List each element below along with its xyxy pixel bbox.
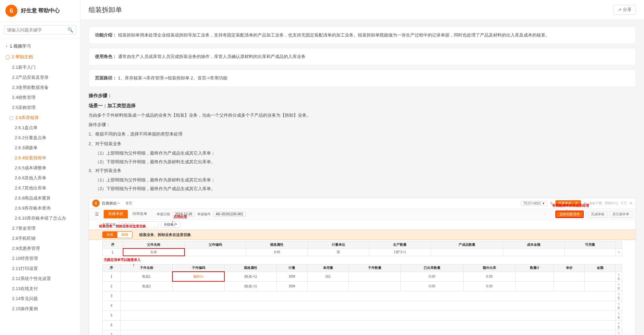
mock-bottom-row-4: 4 ✎ 🗑	[103, 301, 622, 311]
mock-bottom-row-2: 2 鞋底2 (鞋底+1) 30M 0.00 0.00	[103, 281, 622, 291]
mock-annotation2-arrow: ↓	[172, 219, 174, 223]
step2-sub1: （1）上部明细为父件明细，最终作为产成品生成其它入库单；	[95, 150, 636, 157]
expand-icon-docs: ◯	[5, 55, 10, 59]
step1: 1、根据不同的业务，选择不同单据的类型来处理	[89, 130, 636, 138]
mock-bottom-row-1: 1 鞋底1 额外1+ (鞋底+1) 30M 161 0.00 0.00	[103, 272, 622, 281]
search-input[interactable]	[7, 27, 67, 33]
mock-tab-new[interactable]: 新建单据	[104, 210, 128, 218]
sidebar-item-coupon[interactable]: 2.9优惠券管理	[0, 243, 80, 254]
mock-close-icon[interactable]: ×	[630, 201, 632, 206]
mock-top-row-1: 1 头米 大码 双 1双*1=1 ✎	[103, 248, 622, 256]
sidebar-item-pay[interactable]: 2.13在线支付	[0, 284, 80, 294]
mock-annotation2-text: 启用处理	[173, 215, 187, 219]
nav-list: + 1.视频学习 ◯ 2.帮助文档 2.1新手入门 2.2产品安装及登录 2.3…	[0, 38, 80, 335]
mock-bth-action	[615, 265, 622, 272]
mock-btn-confirm[interactable]: 完成审核	[588, 211, 607, 218]
steps-title: 操作步骤：	[89, 93, 636, 99]
page-title: 组装拆卸单	[89, 5, 122, 14]
sidebar-item-otherin[interactable]: 2.6.6其他入库单	[0, 173, 80, 183]
sidebar-item-new[interactable]: 2.1新手入门	[0, 62, 80, 72]
search-box[interactable]: 🔍	[4, 25, 76, 35]
mock-sidebar-icon1: ☰	[95, 212, 99, 217]
scenario1-title: 场景一：加工类型选择	[89, 103, 636, 109]
mock-bth-child-code: 子件编码	[172, 265, 224, 272]
sidebar-item-purchase[interactable]: 2.5采购管理	[0, 103, 80, 113]
sidebar-item-video[interactable]: + 1.视频学习	[0, 41, 80, 52]
sidebar-item-data[interactable]: 2.3使用前数据准备	[0, 82, 80, 93]
mock-btn-with-list[interactable]: 选择装配清单	[555, 211, 584, 218]
step3-sub1: （1）上部明细为父件明细，最终作为原材料生成其它出库单；	[95, 176, 636, 184]
mock-field-date-label: 单据日期	[157, 212, 170, 217]
mock-topright-icons: App下载 帮助中心 C C	[589, 201, 627, 206]
share-button[interactable]: ↗ 分享	[613, 5, 636, 15]
app-logo: 6	[5, 5, 17, 17]
mock-bth-per-use: 单用量	[307, 265, 348, 272]
mock-annotation1-arrow: ↓	[566, 208, 568, 213]
logo-area: 6 好生意 帮助中心	[0, 0, 80, 22]
mock-company: 百测测试一	[102, 201, 120, 206]
mock-bth-qty-u: 数量U	[515, 265, 554, 272]
intro-label: 功能介绍：	[95, 33, 117, 38]
mock-th-cost: 成本金额	[503, 241, 565, 249]
sidebar-item-costadj[interactable]: 2.6.5成本调整单	[0, 163, 80, 173]
mock-field-no-label: 单据编号	[197, 212, 211, 217]
sidebar-item-adjust[interactable]: 2.6.3调拨单	[0, 143, 80, 153]
mock-bottom-row-3: 3 ✎ 🗑	[103, 291, 622, 301]
sidebar-item-split[interactable]: 2.6.2分量盘点单	[0, 133, 80, 143]
path-label: 页面路径：	[95, 75, 117, 80]
share-icon: ↗	[618, 7, 622, 12]
mock-th-available: 可用量	[565, 241, 615, 249]
mock-annotation4-arrow: ↑	[132, 262, 135, 268]
step3-sub2: （2）下部明细为子件明细，最终作为产成品生成其它入库单。	[95, 185, 636, 192]
expand-icon-inventory: ◯	[9, 116, 13, 120]
mock-th-unit: 计量单位	[308, 241, 369, 249]
sidebar-item-otherout[interactable]: 2.6.7其他出库单	[0, 183, 80, 193]
intro-block: 功能介绍： 组装拆卸单用来处理企业组装或拆卸等加工业务，支持有固定装配清单的产品…	[89, 26, 636, 44]
mock-logo: 6	[92, 200, 100, 207]
mock-btn-more-ops[interactable]: 其它操作单	[609, 211, 632, 218]
mock-bth-price: 单价	[554, 265, 585, 272]
role-block: 使用角色： 通常由生产人员或库管人员完成拆装业务的操作，库管人员确认原材料的出库…	[89, 48, 636, 65]
mock-type-switch[interactable]: 组装 拆卸	[102, 231, 132, 238]
sidebar-item-inventory[interactable]: ◯ 2.6库存核算	[0, 113, 80, 123]
sidebar-item-costcalc[interactable]: 2.6.8商品成本重算	[0, 193, 80, 203]
mock-type-disassembly[interactable]: 拆卸	[117, 232, 132, 238]
sidebar-item-faq[interactable]: 2.14常见问题	[0, 294, 80, 304]
mock-bth-seq: 序	[103, 265, 121, 272]
expand-icon: +	[5, 44, 8, 49]
sidebar-item-custom[interactable]: 2.12系统个性化设置	[0, 274, 80, 284]
mock-bth-unit: 计量	[276, 265, 307, 272]
mock-bth-out-qty: 已出库数量	[401, 265, 464, 272]
scenario1-desc: 当由多个子件材料组装成一个成品的业务为【组装】业务，当由一个父件拆分成多个子产品…	[89, 112, 636, 119]
sidebar-item-docs[interactable]: ◯ 2.帮助文档	[0, 52, 80, 62]
sidebar-item-print[interactable]: 2.11打印设置	[0, 264, 80, 274]
mock-divider1	[586, 212, 586, 217]
mock-btn-store[interactable]: 关联账户	[161, 221, 180, 228]
sidebar-item-mobile[interactable]: 2.8手机旺辅	[0, 233, 80, 243]
sidebar-item-assembly[interactable]: 2.6.4组装拆卸单	[0, 153, 80, 163]
search-icon[interactable]: 🔍	[67, 27, 73, 33]
sidebar-item-stockchk[interactable]: 2.6.9库存账本查询	[0, 203, 80, 213]
sidebar-item-sales[interactable]: 2.4销售管理	[0, 93, 80, 103]
mock-th-spec: 规格属性	[246, 241, 308, 249]
nav-group-video: + 1.视频学习	[0, 41, 80, 52]
mock-bth-child-qty: 子件数量	[349, 265, 401, 272]
mock-annotation4-text: 无固定清单可以随意录入	[102, 258, 622, 263]
mock-section-label: 组装业务、拆卸业务在这里切换	[139, 232, 191, 237]
mock-bottom-row-7: 7 ✎ 🗑	[103, 330, 622, 335]
mock-tab-edit[interactable]: 待审批单	[128, 210, 152, 218]
sidebar-item-stocktake[interactable]: 2.6.1盘点单	[0, 123, 80, 133]
sidebar-item-finance[interactable]: 2.7资金管理	[0, 223, 80, 233]
sidebar-item-ops[interactable]: 2.10经营管理	[0, 254, 80, 264]
sidebar-item-cases[interactable]: 2.15操作案例	[0, 304, 80, 314]
sidebar-item-install[interactable]: 2.2产品安装及登录	[0, 72, 80, 82]
path-block: 页面路径： 1、库存核算->库存管理->组装拆卸单 2、首页->常用功能	[89, 69, 636, 87]
mock-th-finished-qty: 产成品数量	[431, 241, 503, 249]
mock-th-prod-qty: 生产数量	[369, 241, 431, 249]
mock-bottom-row-5: 5 ✎ 🗑	[103, 311, 622, 320]
sidebar-item-stockerr[interactable]: 2.6.10库存账本错了怎么办	[0, 213, 80, 223]
role-label: 使用角色：	[95, 54, 117, 59]
sidebar: 6 好生意 帮助中心 🔍 + 1.视频学习 ◯ 2.帮助文档 2.1新手入门 2…	[0, 0, 80, 335]
mock-type-assembly[interactable]: 组装	[103, 232, 117, 238]
step2: 2、对于组装业务	[89, 140, 636, 148]
